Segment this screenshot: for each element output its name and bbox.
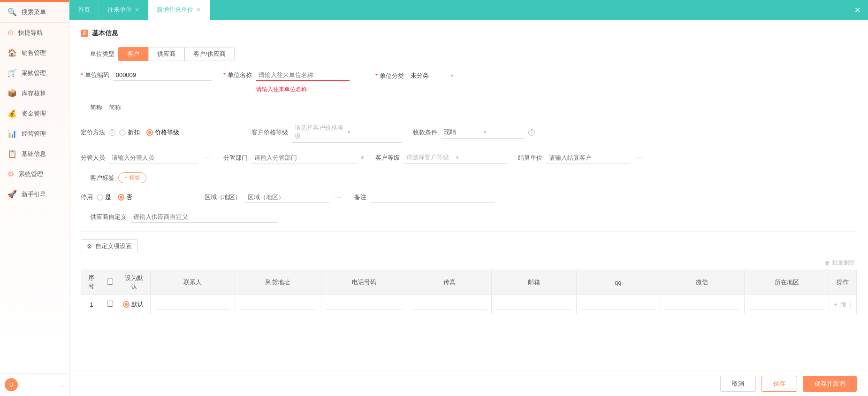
batch-delete-button[interactable]: 🗑 批量删除 (825, 259, 855, 267)
row-qq (576, 295, 660, 314)
row-address-input[interactable] (240, 299, 316, 310)
settlement-unit-dots-button[interactable]: ··· (634, 154, 644, 162)
row-seq: 1 (81, 295, 102, 314)
row-add-button[interactable]: + (834, 301, 838, 308)
payment-terms-arrow: ▾ (484, 129, 522, 135)
pricing-radio-level[interactable]: 价格等级 (146, 128, 179, 137)
purchase-icon: 🛒 (8, 69, 17, 78)
pricing-help-icon[interactable]: ? (109, 129, 115, 136)
department-input[interactable] (251, 152, 357, 163)
tab-contacts-close[interactable]: ✕ (135, 7, 139, 13)
row-checkbox[interactable] (107, 301, 113, 307)
unit-type-both-button[interactable]: 客户/供应商 (184, 47, 235, 61)
add-tag-button[interactable]: + 标签 (118, 172, 146, 183)
sidebar-item-quicknav[interactable]: ⊙ 快捷导航 (0, 23, 69, 43)
unit-type-supplier-button[interactable]: 供应商 (148, 47, 184, 61)
row-qq-input[interactable] (581, 299, 655, 310)
batch-delete-label: 批量删除 (832, 259, 855, 267)
manager-input[interactable] (109, 152, 198, 163)
disable-yes-radio[interactable]: 是 (97, 193, 111, 202)
pricing-radio-discount[interactable]: 折扣 (119, 128, 140, 137)
col-email: 邮箱 (492, 270, 576, 295)
tab-new-contact-close[interactable]: ✕ (196, 7, 201, 13)
sidebar-search-label: 搜索菜单 (22, 8, 46, 16)
region-input[interactable] (245, 192, 329, 203)
short-name-input[interactable] (106, 102, 221, 113)
save-and-add-button[interactable]: 保存并新增 (803, 376, 857, 392)
sidebar-item-search[interactable]: 🔍 搜索菜单 (0, 2, 69, 23)
row-contact (151, 295, 235, 314)
custom-settings-button[interactable]: ⚙ 自定义项设置 (81, 239, 138, 253)
cancel-button[interactable]: 取消 (720, 376, 756, 392)
unit-category-arrow: ▾ (451, 73, 490, 79)
disable-radio-group: 是 否 (97, 193, 132, 202)
sidebar-operations-label: 经营管理 (22, 130, 46, 138)
row-default-radio[interactable]: 默认 (123, 300, 145, 309)
pricing-discount-circle (119, 129, 126, 136)
manager-row: 分管人员 ··· 分管部门 ▾ 客户等级 请选择客户等级 ▾ 结算单位 (81, 151, 857, 164)
code-name-category-row: 单位编码 单位名称 请输入往来单位名称 单位分类 未分类 (81, 70, 857, 93)
row-delete-button[interactable]: 🗑 (840, 301, 847, 308)
row-wechat-input[interactable] (665, 299, 739, 310)
customer-price-level-select[interactable]: 请选择客户价格等级 ▾ (292, 122, 402, 143)
sidebar-item-sales[interactable]: 🏠 销售管理 (0, 43, 69, 63)
payment-terms-select[interactable]: 现结 ▾ (441, 126, 525, 139)
row-email-input[interactable] (496, 299, 571, 310)
payment-terms-help-icon[interactable]: ? (528, 129, 535, 136)
tab-home[interactable]: 首页 (69, 0, 99, 20)
sidebar-item-system[interactable]: ⚙ 系统管理 (0, 164, 69, 184)
finance-icon: 💰 (8, 109, 17, 118)
col-phone: 电话号码 (321, 270, 407, 295)
tab-new-contact[interactable]: 新增往来单位 ✕ (148, 0, 210, 20)
save-button[interactable]: 保存 (761, 376, 797, 392)
unit-type-customer-button[interactable]: 客户 (118, 47, 148, 61)
row-fax-input[interactable] (412, 299, 487, 310)
payment-terms-value: 现结 (444, 128, 482, 136)
basic-icon: 📋 (8, 149, 17, 158)
settlement-unit-input[interactable] (546, 152, 631, 163)
department-arrow: ▾ (361, 154, 364, 161)
customer-tag-label: 客户标签 (90, 174, 114, 182)
customer-price-level-label: 客户价格等级 (251, 128, 288, 137)
payment-terms-label: 收款条件 (413, 128, 437, 137)
short-name-row: 简称 (81, 102, 857, 113)
sidebar-bottom: U ≡ (0, 373, 69, 396)
pricing-discount-label: 折扣 (128, 128, 140, 137)
row-contact-input[interactable] (155, 299, 230, 310)
section-header: F 基本信息 (81, 29, 857, 38)
disable-no-radio[interactable]: 否 (118, 193, 132, 202)
unit-category-select[interactable]: 未分类 ▾ (408, 70, 493, 82)
unit-name-error: 请输入往来单位名称 (256, 85, 307, 93)
manager-dots-button[interactable]: ··· (202, 154, 212, 162)
region-dots-button[interactable]: ··· (333, 193, 343, 202)
remarks-input[interactable] (370, 192, 495, 203)
section-icon: F (81, 30, 88, 37)
supplier-custom-input[interactable] (130, 211, 278, 223)
unit-category-value: 未分类 (411, 71, 449, 80)
unit-category-label: 单位分类 (375, 72, 404, 80)
sidebar-item-operations[interactable]: 📊 经营管理 (0, 124, 69, 144)
tab-contacts[interactable]: 往来单位 ✕ (99, 0, 148, 20)
sidebar-item-finance[interactable]: 💰 资金管理 (0, 103, 69, 124)
department-label: 分管部门 (223, 154, 248, 162)
main-content: 首页 往来单位 ✕ 新增往来单位 ✕ ✕ F 基本信息 单位类型 客户 供应商 … (69, 0, 868, 396)
operations-icon: 📊 (8, 129, 17, 138)
select-all-checkbox[interactable] (107, 279, 113, 285)
unit-name-input[interactable] (256, 70, 350, 81)
inventory-icon: 📦 (8, 89, 17, 98)
customer-level-placeholder: 请选择客户等级 (406, 153, 454, 162)
manager-label: 分管人员 (81, 154, 105, 162)
row-phone-input[interactable] (326, 299, 403, 310)
col-actions: 操作 (829, 270, 857, 295)
sidebar-item-inventory[interactable]: 📦 库存核算 (0, 83, 69, 103)
close-all-tabs-button[interactable]: ✕ (847, 6, 868, 15)
customer-level-select[interactable]: 请选择客户等级 ▾ (404, 151, 507, 164)
sidebar-item-guide[interactable]: 🚀 新手引导 (0, 184, 69, 204)
unit-type-group: 客户 供应商 客户/供应商 (118, 47, 235, 61)
row-region-input[interactable] (749, 299, 824, 310)
sidebar-item-basic[interactable]: 📋 基础信息 (0, 144, 69, 164)
row-email (492, 295, 576, 314)
sidebar-item-purchase[interactable]: 🛒 采购管理 (0, 63, 69, 83)
batch-delete-icon: 🗑 (825, 260, 830, 266)
unit-code-input[interactable] (113, 70, 212, 81)
